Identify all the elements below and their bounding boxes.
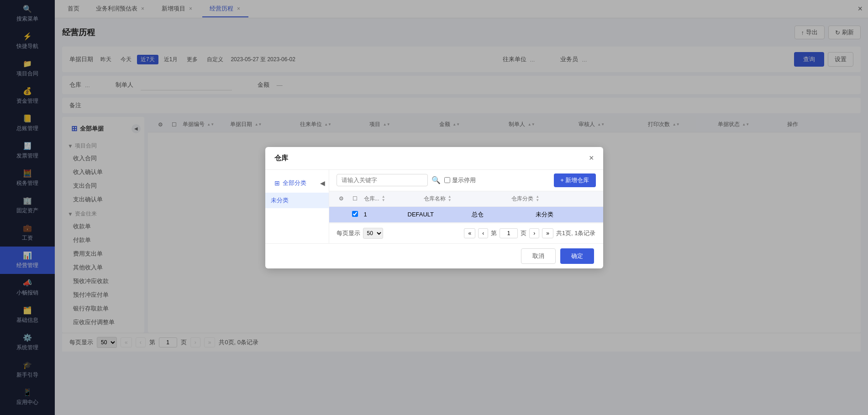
modal-actions: 取消 确定 [265, 243, 603, 268]
grid-icon-modal: ⊞ [274, 179, 280, 187]
modal-search-area: 🔍 显示停用 [337, 174, 476, 186]
modal-overlay: 仓库 × ⊞ 全部分类 ◀ 未分类 [0, 0, 868, 415]
modal-right-panel: 🔍 显示停用 + 新增仓库 ⚙ ☐ [329, 170, 603, 243]
modal-confirm-btn[interactable]: 确定 [560, 248, 594, 264]
modal-page-input[interactable] [500, 228, 518, 238]
row-check-input[interactable] [352, 211, 358, 217]
modal-first-btn[interactable]: « [464, 228, 475, 238]
modal-page-size-label: 每页显示 [337, 229, 360, 237]
modal-last-btn[interactable]: » [542, 228, 553, 238]
modal-next-btn[interactable]: › [529, 228, 539, 238]
category-sort-arrows: ▲▼ [536, 195, 539, 202]
add-warehouse-btn[interactable]: + 新增仓库 [554, 173, 595, 187]
modal-toolbar: 🔍 显示停用 + 新增仓库 [329, 170, 603, 191]
row-checkbox[interactable] [348, 211, 362, 218]
modal-total-text: 共1页, 1条记录 [556, 229, 596, 237]
modal-page-size-select[interactable]: 50 [363, 228, 383, 239]
modal-left-item-uncategorized[interactable]: 未分类 [265, 193, 329, 208]
modal-table: ⚙ ☐ 仓库... ▲▼ 仓库名称 ▲▼ 仓库分类 ▲▼ [329, 191, 603, 223]
modal-col-code: 仓库... ▲▼ [362, 195, 422, 203]
modal-title: 仓库 [274, 154, 288, 163]
row-category: 未分类 [534, 210, 598, 219]
modal-body: ⊞ 全部分类 ◀ 未分类 🔍 显示停用 [265, 170, 603, 243]
modal-header: 仓库 × [265, 147, 603, 170]
row-no: 1 [362, 211, 406, 218]
modal-show-disabled-label[interactable]: 显示停用 [444, 176, 476, 184]
modal-footer: 每页显示 50 « ‹ 第 页 › » 共1页, 1条记录 [329, 223, 603, 243]
modal-left-collapse-btn[interactable]: ◀ [320, 179, 325, 187]
modal-left-panel: ⊞ 全部分类 ◀ 未分类 [265, 170, 329, 243]
row-code: DEFAULT [406, 211, 470, 218]
modal-search-btn[interactable]: 🔍 [431, 176, 441, 184]
row-name: 总仓 [470, 210, 534, 219]
modal-search-input[interactable] [337, 174, 428, 186]
modal-close-btn[interactable]: × [589, 153, 594, 163]
modal-left-all[interactable]: ⊞ 全部分类 [269, 175, 312, 191]
modal-cancel-btn[interactable]: 取消 [521, 248, 556, 264]
table-row[interactable]: 1 DEFAULT 总仓 未分类 [329, 207, 603, 223]
modal-page-label: 页 [521, 229, 526, 237]
name-sort-arrows: ▲▼ [448, 195, 452, 202]
modal-col-name: 仓库名称 ▲▼ [422, 195, 510, 203]
modal-col-category: 仓库分类 ▲▼ [510, 195, 598, 203]
modal-prev-btn[interactable]: ‹ [478, 228, 488, 238]
modal-page-size: 每页显示 50 [337, 228, 383, 239]
modal-pagination: « ‹ 第 页 › » 共1页, 1条记录 [464, 228, 595, 238]
warehouse-modal: 仓库 × ⊞ 全部分类 ◀ 未分类 [265, 147, 603, 268]
modal-page-label-pre: 第 [491, 229, 497, 237]
modal-table-header: ⚙ ☐ 仓库... ▲▼ 仓库名称 ▲▼ 仓库分类 ▲▼ [329, 191, 603, 207]
modal-show-disabled-checkbox[interactable] [444, 177, 450, 183]
modal-col-checkbox[interactable]: ☐ [348, 195, 362, 202]
modal-col-settings[interactable]: ⚙ [335, 195, 348, 202]
code-sort-arrows: ▲▼ [382, 195, 385, 202]
